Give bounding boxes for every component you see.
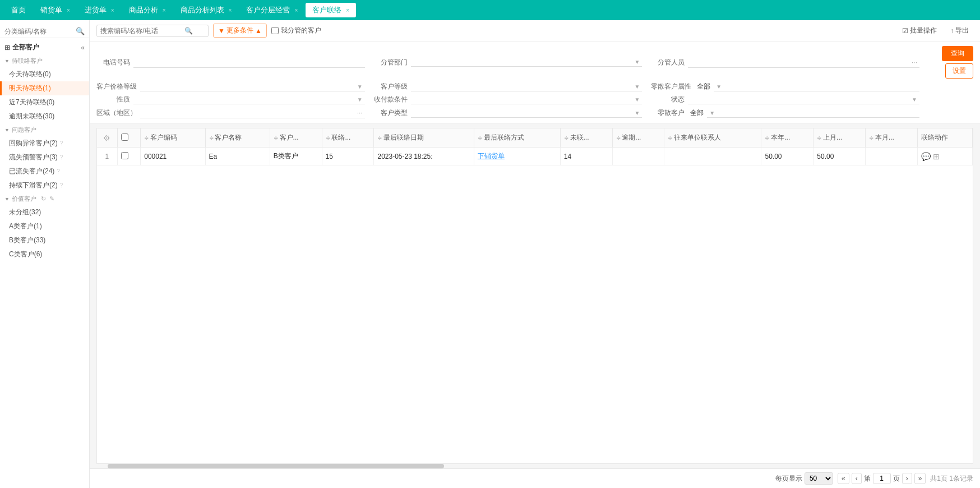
- filter-customer-level: 客户等级 ▼: [374, 82, 642, 91]
- manager-select[interactable]: ···: [688, 57, 919, 68]
- help-icon[interactable]: ?: [60, 154, 63, 160]
- select-all-checkbox[interactable]: [121, 133, 128, 141]
- th-unit-contact[interactable]: 往来单位联系人: [664, 128, 761, 148]
- sidebar-search-input[interactable]: [4, 27, 76, 35]
- sidebar-item-ungroup[interactable]: 未分组(32): [0, 205, 89, 219]
- nav-customer-tiering[interactable]: 客户分层经营 ×: [239, 3, 304, 17]
- th-type[interactable]: 客户...: [270, 128, 322, 148]
- nature-select[interactable]: ▼: [133, 95, 365, 104]
- retail-attr-select[interactable]: ▼: [714, 82, 919, 91]
- sidebar-item-today[interactable]: 今天待联络(0): [0, 67, 89, 81]
- th-last-month[interactable]: 上月...: [813, 128, 866, 148]
- cell-last-contact-method[interactable]: 下销货单: [474, 148, 560, 165]
- th-this-month[interactable]: 本月...: [866, 128, 918, 148]
- help-icon[interactable]: ?: [60, 140, 63, 146]
- settings-button[interactable]: 设置: [945, 63, 973, 79]
- page-size-select[interactable]: 50 100 200: [805, 472, 833, 485]
- close-icon[interactable]: ×: [346, 7, 349, 13]
- close-icon[interactable]: ×: [294, 7, 298, 13]
- th-gear[interactable]: ⚙: [97, 128, 117, 148]
- export-btn[interactable]: ↑ 导出: [946, 24, 973, 37]
- status-select[interactable]: ▼: [688, 95, 919, 104]
- sidebar-item-class-b[interactable]: B类客户(33): [0, 233, 89, 247]
- th-uncontacted[interactable]: 未联...: [560, 128, 612, 148]
- sidebar-item-class-a[interactable]: A类客户(1): [0, 219, 89, 233]
- nav-customer-contact[interactable]: 客户联络 ×: [306, 3, 356, 17]
- region-select[interactable]: ···: [140, 108, 365, 118]
- search-icon[interactable]: 🔍: [76, 27, 85, 35]
- help-icon[interactable]: ?: [60, 182, 63, 188]
- chevron-down-icon: ▼: [634, 84, 640, 90]
- query-button[interactable]: 查询: [942, 46, 973, 61]
- th-this-year[interactable]: 本年...: [761, 128, 813, 148]
- search-icon-btn[interactable]: 🔍: [184, 27, 193, 35]
- help-icon[interactable]: ?: [57, 168, 60, 174]
- grid-icon: ⊞: [4, 44, 10, 52]
- th-name[interactable]: 客户名称: [205, 128, 270, 148]
- nav-home[interactable]: 首页: [4, 3, 33, 17]
- nav-product-analysis[interactable]: 商品分析 ×: [122, 3, 173, 17]
- cell-action: 💬 ⊞: [917, 148, 972, 165]
- cell-checkbox[interactable]: [117, 148, 141, 165]
- close-icon[interactable]: ×: [229, 7, 232, 13]
- nature-label: 性质: [96, 95, 130, 104]
- collapse-icon[interactable]: «: [81, 44, 85, 52]
- my-customer-checkbox[interactable]: [271, 27, 279, 34]
- last-page-btn[interactable]: »: [914, 473, 926, 484]
- content-area: 🔍 ▼ 更多条件 ▲ 我分管的客户 ☑ 批量操作 ↑: [90, 20, 980, 488]
- scroll-thumb[interactable]: [108, 464, 444, 468]
- th-checkbox[interactable]: [117, 128, 141, 148]
- sidebar-item-overdue[interactable]: 逾期未联络(30): [0, 109, 89, 123]
- sidebar-item-7days[interactable]: 近7天待联络(0): [0, 95, 89, 109]
- customer-level-select[interactable]: ▼: [411, 82, 642, 91]
- prev-page-btn[interactable]: ‹: [852, 473, 862, 484]
- nav-sales-order[interactable]: 销货单 ×: [34, 3, 77, 17]
- th-contact[interactable]: 联络...: [322, 128, 374, 148]
- region-label: 区域（地区）: [96, 108, 137, 118]
- filter-payment: 收付款条件 ▼: [374, 95, 642, 104]
- close-icon[interactable]: ×: [111, 7, 114, 13]
- phone-input[interactable]: [133, 57, 365, 68]
- cell-index: 1: [97, 148, 117, 165]
- sidebar-item-churn-warning[interactable]: 流失预警客户(3) ?: [0, 150, 89, 164]
- refresh-icon[interactable]: ↻: [41, 195, 46, 202]
- customer-type-select[interactable]: ▼: [411, 109, 642, 118]
- price-level-select[interactable]: ▼: [140, 82, 365, 91]
- nav-purchase-order[interactable]: 进货单 ×: [78, 3, 121, 17]
- export-icon: ↑: [950, 27, 954, 35]
- close-icon[interactable]: ×: [67, 7, 70, 13]
- sidebar-item-repurchase-abnormal[interactable]: 回购异常客户(2) ?: [0, 136, 89, 150]
- sidebar-item-churned[interactable]: 已流失客户(24) ?: [0, 164, 89, 178]
- filter-retail-customer: 零散客户 全部 ▼: [651, 108, 919, 118]
- first-page-btn[interactable]: «: [838, 473, 849, 484]
- chat-icon[interactable]: 💬: [921, 152, 931, 161]
- horizontal-scrollbar[interactable]: [96, 464, 973, 468]
- cell-code: 000021: [141, 148, 205, 165]
- filter-nature: 性质 ▼: [96, 95, 365, 104]
- row-checkbox[interactable]: [121, 152, 128, 159]
- sidebar-item-declining[interactable]: 持续下滑客户(2) ?: [0, 178, 89, 192]
- sidebar-all-customers[interactable]: ⊞ 全部客户 «: [0, 40, 89, 54]
- dept-select[interactable]: ▼: [411, 58, 642, 67]
- gear-icon[interactable]: ⚙: [103, 133, 110, 142]
- more-filters-btn[interactable]: ▼ 更多条件 ▲: [213, 24, 267, 38]
- grid-icon[interactable]: ⊞: [933, 152, 940, 161]
- next-page-btn[interactable]: ›: [902, 473, 912, 484]
- last-contact-method-link[interactable]: 下销货单: [478, 152, 505, 160]
- search-input[interactable]: [100, 27, 184, 35]
- edit-icon[interactable]: ✎: [49, 195, 54, 202]
- retail-customer-select[interactable]: ▼: [707, 109, 919, 118]
- chevron-down-icon: ▼: [634, 96, 640, 103]
- bulk-op-btn[interactable]: ☑ 批量操作: [898, 24, 941, 37]
- my-customer-checkbox-wrap[interactable]: 我分管的客户: [271, 26, 321, 35]
- th-last-contact-method[interactable]: 最后联络方式: [474, 128, 560, 148]
- payment-select[interactable]: ▼: [411, 95, 642, 104]
- th-last-contact-date[interactable]: 最后联络日期: [374, 128, 474, 148]
- page-number-input[interactable]: [873, 473, 891, 484]
- sidebar-item-tomorrow[interactable]: 明天待联络(1): [0, 81, 89, 95]
- close-icon[interactable]: ×: [163, 7, 166, 13]
- sidebar-item-class-c[interactable]: C类客户(6): [0, 247, 89, 261]
- nav-product-analysis-list[interactable]: 商品分析列表 ×: [174, 3, 239, 17]
- th-code[interactable]: 客户编码: [141, 128, 205, 148]
- th-overdue[interactable]: 逾期...: [612, 128, 664, 148]
